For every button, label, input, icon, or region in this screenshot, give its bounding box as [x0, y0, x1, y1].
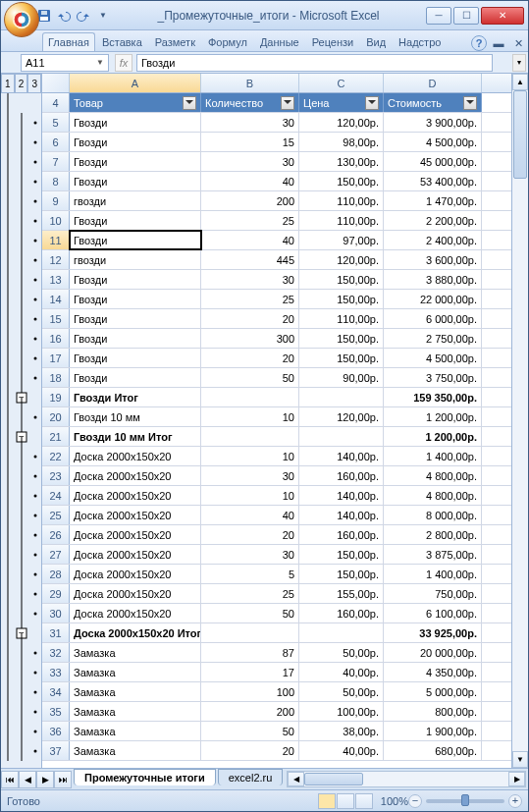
- sheet-nav-last-icon[interactable]: ⏭: [54, 771, 72, 788]
- cell[interactable]: Гвозди: [70, 368, 201, 387]
- cell[interactable]: 20: [201, 525, 299, 544]
- outline-level-1[interactable]: 1: [1, 74, 15, 93]
- row-header[interactable]: 29: [42, 584, 70, 603]
- cell[interactable]: Доска 2000х150х20: [70, 525, 201, 544]
- cell[interactable]: 40: [201, 506, 299, 524]
- cell[interactable]: 38,00р.: [299, 722, 384, 740]
- workbook-close-icon[interactable]: ✕: [510, 35, 526, 51]
- cell[interactable]: Гвозди: [70, 231, 201, 249]
- cell[interactable]: 30: [201, 270, 299, 289]
- cell[interactable]: 3 600,00р.: [384, 250, 482, 269]
- row-header[interactable]: 13: [42, 270, 70, 289]
- row-header[interactable]: 17: [42, 349, 70, 367]
- cell[interactable]: 25: [201, 584, 299, 603]
- ribbon-tab-data[interactable]: Данные: [254, 32, 305, 51]
- cell[interactable]: Гвозди: [70, 113, 201, 132]
- row-header[interactable]: 35: [42, 702, 70, 721]
- cell[interactable]: 33 925,00р.: [384, 623, 482, 642]
- fx-icon[interactable]: fx: [115, 54, 132, 72]
- cell[interactable]: Гвозди 10 мм: [70, 407, 201, 426]
- row-header[interactable]: 11: [42, 231, 70, 249]
- cell[interactable]: 45 000,00р.: [384, 152, 482, 171]
- cell[interactable]: 110,00р.: [299, 309, 384, 328]
- zoom-in-button[interactable]: +: [508, 794, 522, 808]
- cell[interactable]: 5 000,00р.: [384, 682, 482, 701]
- cell[interactable]: 160,00р.: [299, 604, 384, 623]
- cell[interactable]: Замазка: [70, 682, 201, 701]
- cell[interactable]: 40: [201, 172, 299, 190]
- row-header[interactable]: 14: [42, 290, 70, 308]
- cell[interactable]: 1 400,00р.: [384, 447, 482, 465]
- cell[interactable]: Замазка: [70, 702, 201, 721]
- cell[interactable]: 200: [201, 702, 299, 721]
- row-header[interactable]: 36: [42, 722, 70, 740]
- column-header-A[interactable]: A: [70, 74, 201, 92]
- cell[interactable]: Гвозди: [70, 290, 201, 308]
- cell[interactable]: 1 470,00р.: [384, 191, 482, 210]
- cell[interactable]: Замазка: [70, 722, 201, 740]
- row-header[interactable]: 15: [42, 309, 70, 328]
- cell[interactable]: 150,00р.: [299, 172, 384, 190]
- row-header[interactable]: 32: [42, 643, 70, 662]
- minimize-button[interactable]: ─: [426, 7, 451, 25]
- cell[interactable]: 10: [201, 407, 299, 426]
- cell[interactable]: [201, 623, 299, 642]
- cell[interactable]: Доска 2000х150х20: [70, 486, 201, 505]
- cell[interactable]: 40,00р.: [299, 663, 384, 681]
- cell[interactable]: 30: [201, 466, 299, 485]
- row-header[interactable]: 24: [42, 486, 70, 505]
- sheet-nav-next-icon[interactable]: ▶: [36, 771, 54, 788]
- cell[interactable]: 3 900,00р.: [384, 113, 482, 132]
- row-header[interactable]: 31: [42, 623, 70, 642]
- cell[interactable]: 6 000,00р.: [384, 309, 482, 328]
- ribbon-tab-review[interactable]: Рецензи: [306, 32, 360, 51]
- cell[interactable]: Доска 2000х150х20: [70, 506, 201, 524]
- cell[interactable]: [201, 388, 299, 406]
- cell[interactable]: Доска 2000х150х20: [70, 545, 201, 564]
- cell[interactable]: 120,00р.: [299, 407, 384, 426]
- row-header[interactable]: 20: [42, 407, 70, 426]
- cell[interactable]: 25: [201, 290, 299, 308]
- cell[interactable]: 3 880,00р.: [384, 270, 482, 289]
- row-header[interactable]: 10: [42, 211, 70, 230]
- scroll-down-icon[interactable]: ▼: [512, 751, 528, 768]
- cell[interactable]: Доска 2000х150х20 Итог: [70, 623, 201, 642]
- ribbon-tab-addins[interactable]: Надстро: [393, 32, 447, 51]
- cell[interactable]: 30: [201, 152, 299, 171]
- row-header[interactable]: 18: [42, 368, 70, 387]
- cell[interactable]: Доска 2000х150х20: [70, 466, 201, 485]
- cell[interactable]: 4 800,00р.: [384, 486, 482, 505]
- cell[interactable]: 1 400,00р.: [384, 565, 482, 583]
- cell[interactable]: 17: [201, 663, 299, 681]
- sheet-nav-first-icon[interactable]: ⏮: [1, 771, 19, 788]
- scroll-up-icon[interactable]: ▲: [512, 74, 528, 90]
- cell[interactable]: 50: [201, 368, 299, 387]
- cell[interactable]: гвозди: [70, 191, 201, 210]
- cell[interactable]: 140,00р.: [299, 506, 384, 524]
- select-all-corner[interactable]: [42, 74, 70, 92]
- cell[interactable]: Замазка: [70, 663, 201, 681]
- cell[interactable]: 140,00р.: [299, 447, 384, 465]
- cell[interactable]: 40,00р.: [299, 741, 384, 760]
- row-header[interactable]: 23: [42, 466, 70, 485]
- row-header[interactable]: 33: [42, 663, 70, 681]
- cell[interactable]: 25: [201, 211, 299, 230]
- maximize-button[interactable]: ☐: [453, 7, 479, 25]
- cell[interactable]: 2 800,00р.: [384, 525, 482, 544]
- cell[interactable]: 445: [201, 250, 299, 269]
- outline-pane[interactable]: 1 2 3 −−−: [1, 74, 42, 768]
- cell[interactable]: [299, 427, 384, 446]
- cell[interactable]: 160,00р.: [299, 525, 384, 544]
- row-header[interactable]: 8: [42, 172, 70, 190]
- scroll-track[interactable]: [512, 90, 528, 751]
- zoom-slider[interactable]: [426, 799, 504, 803]
- cell[interactable]: [201, 427, 299, 446]
- hscroll-thumb[interactable]: [304, 773, 363, 785]
- help-icon[interactable]: ?: [471, 35, 487, 51]
- cell[interactable]: Доска 2000х150х20: [70, 584, 201, 603]
- cell[interactable]: 110,00р.: [299, 191, 384, 210]
- row-header[interactable]: 26: [42, 525, 70, 544]
- ribbon-tab-formulas[interactable]: Формул: [202, 32, 253, 51]
- cell[interactable]: 10: [201, 486, 299, 505]
- cell[interactable]: Гвозди: [70, 211, 201, 230]
